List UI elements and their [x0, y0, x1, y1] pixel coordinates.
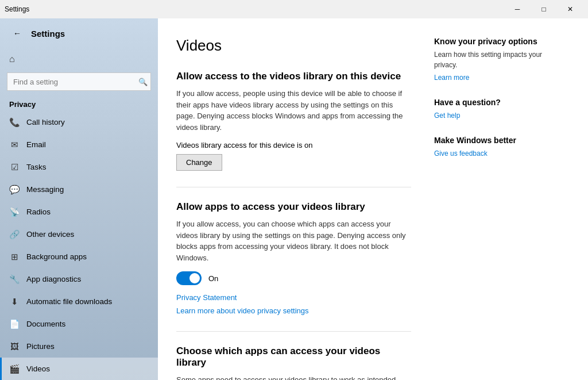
- section-choose-apps: Choose which apps can access your videos…: [176, 346, 411, 380]
- sidebar-item-tasks[interactable]: ☑ Tasks: [0, 156, 158, 178]
- sidebar-item-label: Email: [26, 140, 46, 149]
- main-content: Videos Allow access to the videos librar…: [158, 18, 588, 380]
- pictures-icon: 🖼: [9, 341, 20, 351]
- background-apps-icon: ⊞: [9, 252, 20, 262]
- back-button[interactable]: ←: [9, 25, 25, 41]
- change-button[interactable]: Change: [176, 154, 222, 171]
- tasks-icon: ☑: [9, 162, 20, 172]
- sidebar-item-label: Messaging: [26, 185, 64, 194]
- titlebar-title: Settings: [5, 5, 29, 13]
- videos-icon: 🎬: [9, 364, 20, 374]
- panel-feedback-title: Make Windows better: [434, 136, 560, 145]
- panel-privacy-desc: Learn how this setting impacts your priv…: [434, 49, 560, 70]
- email-icon: ✉: [9, 140, 20, 150]
- toggle-row: On: [176, 271, 411, 285]
- sidebar-item-app-diagnostics[interactable]: 🔧 App diagnostics: [0, 268, 158, 290]
- search-box: 🔍: [7, 72, 151, 91]
- section2-description: If you allow access, you can choose whic…: [176, 218, 411, 263]
- sidebar-item-label: Videos: [26, 364, 50, 373]
- sidebar-item-documents[interactable]: 📄 Documents: [0, 313, 158, 335]
- messaging-icon: 💬: [9, 185, 20, 195]
- sidebar-item-call-history[interactable]: 📞 Call history: [0, 111, 158, 133]
- app-body: ← Settings ⌂ 🔍 Privacy 📞 Call history ✉ …: [0, 18, 588, 380]
- section-device-access: Allow access to the videos library on th…: [176, 71, 411, 171]
- sidebar-item-label: Pictures: [26, 342, 55, 351]
- sidebar-item-label: Background apps: [26, 252, 87, 261]
- sidebar-top: ← Settings: [0, 18, 158, 48]
- minimize-button[interactable]: ─: [504, 0, 531, 18]
- sidebar-item-label: Tasks: [26, 163, 47, 171]
- section3-description: Some apps need to access your videos lib…: [176, 374, 411, 380]
- call-history-icon: 📞: [9, 117, 20, 128]
- titlebar-controls: ─ □ ✕: [504, 0, 583, 18]
- toggle-switch[interactable]: [176, 271, 202, 285]
- sidebar-item-other-devices[interactable]: 🔗 Other devices: [0, 223, 158, 245]
- app-diagnostics-icon: 🔧: [9, 274, 20, 285]
- section3-title: Choose which apps can access your videos…: [176, 346, 411, 369]
- sidebar-item-label: App diagnostics: [26, 275, 81, 283]
- sidebar-home-button[interactable]: ⌂: [0, 48, 158, 70]
- sidebar-item-automatic-downloads[interactable]: ⬇ Automatic file downloads: [0, 290, 158, 313]
- divider1: [176, 187, 411, 187]
- sidebar-item-label: Call history: [26, 118, 65, 126]
- section2-title: Allow apps to access your videos library: [176, 201, 411, 213]
- sidebar-item-background-apps[interactable]: ⊞ Background apps: [0, 245, 158, 268]
- divider2: [176, 331, 411, 332]
- search-input[interactable]: [7, 72, 151, 91]
- sidebar-item-pictures[interactable]: 🖼 Pictures: [0, 335, 158, 358]
- learn-more-video-link[interactable]: Learn more about video privacy settings: [176, 306, 411, 315]
- search-icon: 🔍: [138, 78, 148, 86]
- titlebar-left: Settings: [5, 5, 29, 13]
- panel-section-privacy: Know your privacy options Learn how this…: [434, 37, 560, 82]
- privacy-statement-link[interactable]: Privacy Statement: [176, 293, 411, 302]
- sidebar-item-label: Documents: [26, 320, 65, 328]
- sidebar-item-label: Other devices: [26, 230, 74, 239]
- section1-status: Videos library access for this device is…: [176, 141, 411, 149]
- automatic-downloads-icon: ⬇: [9, 297, 20, 307]
- panel-learn-more-link[interactable]: Learn more: [434, 74, 469, 82]
- titlebar: Settings ─ □ ✕: [0, 0, 588, 18]
- panel-feedback-link[interactable]: Give us feedback: [434, 149, 488, 158]
- other-devices-icon: 🔗: [9, 229, 20, 240]
- panel-get-help-link[interactable]: Get help: [434, 112, 460, 120]
- section1-description: If you allow access, people using this d…: [176, 88, 411, 133]
- section-app-access: Allow apps to access your videos library…: [176, 201, 411, 315]
- documents-icon: 📄: [9, 319, 20, 329]
- panel-section-question: Have a question? Get help: [434, 98, 560, 120]
- panel-section-feedback: Make Windows better Give us feedback: [434, 136, 560, 158]
- panel-privacy-title: Know your privacy options: [434, 37, 560, 46]
- content-right: Know your privacy options Learn how this…: [434, 37, 560, 362]
- home-icon: ⌂: [9, 54, 15, 64]
- sidebar: ← Settings ⌂ 🔍 Privacy 📞 Call history ✉ …: [0, 18, 158, 380]
- toggle-label: On: [208, 274, 218, 283]
- sidebar-item-videos[interactable]: 🎬 Videos: [0, 358, 158, 380]
- sidebar-item-radios[interactable]: 📡 Radios: [0, 201, 158, 223]
- radios-icon: 📡: [9, 207, 20, 217]
- sidebar-item-messaging[interactable]: 💬 Messaging: [0, 178, 158, 201]
- section1-title: Allow access to the videos library on th…: [176, 71, 411, 82]
- maximize-button[interactable]: □: [531, 0, 557, 18]
- page-title: Videos: [176, 37, 411, 55]
- sidebar-section-title: Privacy: [0, 95, 158, 111]
- content-left: Videos Allow access to the videos librar…: [176, 37, 411, 362]
- sidebar-app-title: Settings: [31, 29, 65, 39]
- sidebar-item-label: Automatic file downloads: [26, 297, 112, 306]
- sidebar-item-email[interactable]: ✉ Email: [0, 133, 158, 156]
- sidebar-item-label: Radios: [26, 208, 51, 216]
- close-button[interactable]: ✕: [557, 0, 583, 18]
- panel-question-title: Have a question?: [434, 98, 560, 107]
